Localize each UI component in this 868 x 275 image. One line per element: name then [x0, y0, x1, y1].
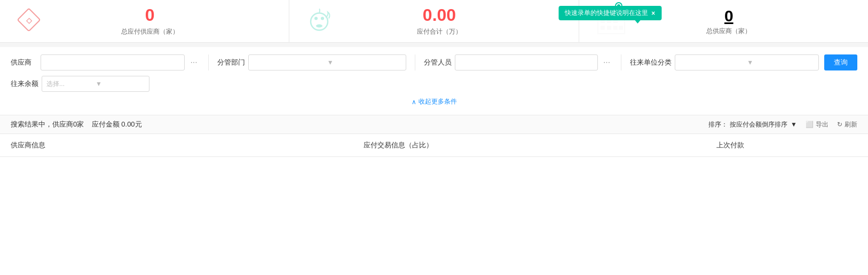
total-payable-suppliers-label: 总应付供应商（家）: [121, 27, 179, 36]
filter-supplier: 供应商 ···: [11, 54, 200, 70]
payable-total-value: 0.00: [417, 6, 462, 25]
department-chevron-icon: ▼: [327, 59, 401, 66]
svg-point-3: [314, 17, 318, 20]
stat-total-payable-suppliers: ◇ 0 总应付供应商（家）: [0, 0, 289, 42]
supplier-input-wrapper[interactable]: [41, 54, 185, 70]
filter-row-2: 往来余额 选择... ▼: [11, 76, 857, 92]
tooltip-bubble: 快速录单的快捷键说明在这里 ×: [558, 6, 661, 20]
manager-more-dots[interactable]: ···: [601, 58, 612, 67]
stats-bar: ◇ 0 总应付供应商（家） 0.00 应付合计（万） 快速录: [0, 0, 868, 43]
export-label: 导出: [816, 120, 828, 129]
filter-department: 分管部门 ▼: [217, 54, 406, 70]
total-suppliers-label: 总供应商（家）: [706, 27, 751, 36]
refresh-button[interactable]: ↻ 刷新: [837, 120, 857, 129]
manager-input[interactable]: [459, 59, 594, 66]
sep2: [415, 54, 415, 70]
unit-category-chevron-icon: ▼: [747, 59, 814, 66]
results-info: 搜索结果中，供应商0家 应付金额 0.00元: [11, 120, 142, 129]
supplier-input[interactable]: [44, 59, 181, 66]
supplier-more-dots[interactable]: ···: [188, 58, 199, 67]
payable-total-label: 应付合计（万）: [417, 27, 462, 36]
total-payable-suppliers-value: 0: [121, 6, 179, 25]
supplier-label: 供应商: [11, 58, 37, 67]
department-label: 分管部门: [217, 58, 245, 67]
search-button[interactable]: 查询: [824, 54, 857, 70]
results-actions: 排序： 按应付会额倒序排序 ▼ ⬜ 导出 ↻ 刷新: [708, 120, 857, 129]
sort-chevron-icon: ▼: [791, 121, 797, 128]
export-button[interactable]: ⬜ 导出: [806, 120, 828, 129]
filter-manager: 分管人员 ···: [424, 54, 613, 70]
table-header: 供应商信息 应付交易信息（占比） 上次付款: [0, 134, 868, 157]
col-header-supplier: 供应商信息: [11, 140, 364, 150]
svg-point-5: [316, 24, 322, 27]
manager-label: 分管人员: [424, 58, 452, 67]
export-icon: ⬜: [806, 121, 814, 128]
department-select[interactable]: ▼: [248, 54, 406, 70]
filter-balance: 往来余额 选择... ▼: [11, 76, 149, 92]
results-bar: 搜索结果中，供应商0家 应付金额 0.00元 排序： 按应付会额倒序排序 ▼ ⬜…: [0, 115, 868, 134]
unit-category-select[interactable]: ▼: [675, 54, 819, 70]
balance-chevron-icon: ▼: [96, 80, 145, 88]
svg-rect-13: [619, 26, 623, 30]
results-amount: 应付金额 0.00元: [92, 120, 142, 128]
unit-category-label: 往来单位分类: [630, 58, 672, 67]
sort-value: 按应付会额倒序排序: [730, 120, 787, 129]
svg-text:◇: ◇: [26, 15, 33, 24]
svg-rect-10: [601, 26, 605, 30]
filter-unit-category: 往来单位分类 ▼: [630, 54, 819, 70]
collapse-arrow-icon: ∧: [412, 98, 416, 106]
manager-input-wrapper[interactable]: [455, 54, 598, 70]
collapse-button[interactable]: ∧ 收起更多条件: [412, 97, 457, 106]
total-suppliers-value: 0: [706, 7, 751, 25]
filter-row-1: 供应商 ··· 分管部门 ▼ 分管人员 ··· 往来单: [11, 54, 857, 70]
refresh-label: 刷新: [845, 120, 857, 129]
sep1: [208, 54, 209, 70]
sort-label: 排序：: [708, 120, 728, 129]
tooltip-close[interactable]: ×: [651, 10, 655, 17]
table-body: [0, 157, 868, 275]
svg-rect-12: [613, 26, 618, 30]
refresh-icon: ↻: [837, 121, 842, 128]
balance-select[interactable]: 选择... ▼: [42, 76, 149, 92]
col-header-last-payment: 上次付款: [716, 140, 857, 150]
pig-icon: [305, 6, 333, 36]
sep3: [621, 54, 621, 70]
svg-rect-11: [607, 26, 611, 30]
collapse-label: 收起更多条件: [419, 97, 457, 106]
sort-select[interactable]: 排序： 按应付会额倒序排序 ▼: [708, 120, 797, 129]
balance-placeholder: 选择...: [46, 80, 96, 89]
balance-label: 往来余额: [11, 79, 38, 89]
svg-point-4: [321, 17, 324, 20]
svg-point-2: [311, 13, 328, 30]
tooltip-container: 快速录单的快捷键说明在这里 ×: [599, 3, 621, 9]
tooltip-text: 快速录单的快捷键说明在这里: [565, 9, 648, 18]
section-divider-1: [0, 43, 868, 47]
stat-payable-total: 0.00 应付合计（万） 快速录单的快捷键说明在这里 ×: [289, 0, 579, 42]
diamond-icon: ◇: [16, 7, 42, 35]
col-header-transaction: 应付交易信息（占比）: [364, 140, 716, 150]
filter-bar: 供应商 ··· 分管部门 ▼ 分管人员 ··· 往来单: [0, 47, 868, 115]
results-summary: 搜索结果中，供应商0家: [11, 120, 84, 128]
